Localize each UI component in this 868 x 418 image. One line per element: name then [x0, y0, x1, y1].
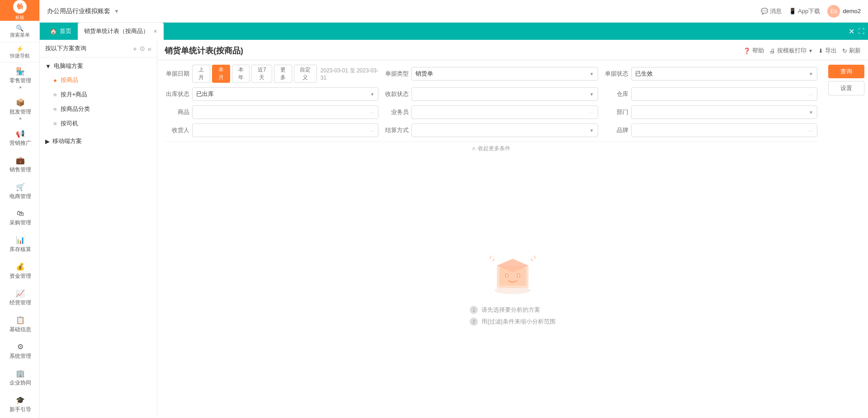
operations-label: 经营管理	[9, 299, 31, 307]
print-icon: 🖨	[769, 48, 775, 54]
filter-doc-type: 单据类型 销货单 ▼	[384, 67, 598, 81]
out-status-label: 出库状态	[165, 90, 189, 98]
inventory-icon: 📊	[16, 236, 25, 244]
brand-control[interactable]: ···	[631, 124, 817, 137]
sidebar-item-system[interactable]: ⚙ 系统管理	[0, 338, 39, 365]
tab-maximize-btn[interactable]: ⛶	[858, 28, 864, 35]
collapse-scheme-btn[interactable]: «	[148, 45, 151, 52]
purchase-label: 采购管理	[9, 219, 31, 227]
settings-btn[interactable]: 设置	[828, 81, 864, 95]
print-btn[interactable]: 🖨 按模板打印 ▼	[769, 47, 813, 55]
sidebar-item-enterprise[interactable]: 🏢 企业协同	[0, 365, 39, 391]
sidebar-item-retail[interactable]: 🏪 零售管理 ▲	[0, 62, 39, 94]
date-btn-more[interactable]: 更多	[274, 65, 292, 83]
cashier-scheme-icon: ≡	[53, 120, 57, 127]
scheme-group-pc-header[interactable]: ▼ 电脑端方案	[40, 59, 157, 73]
scheme-group-mobile-header[interactable]: ▶ 移动端方案	[40, 134, 157, 148]
avatar: Ea	[827, 5, 840, 18]
app-download-label: App下载	[798, 7, 820, 15]
inventory-label: 库存核算	[9, 246, 31, 253]
date-btn-this-month[interactable]: 本月	[212, 65, 230, 83]
messages-btn[interactable]: 💬 消息	[761, 7, 782, 15]
print-dropdown-icon[interactable]: ▼	[808, 48, 813, 53]
svg-line-8	[490, 256, 491, 259]
edit-scheme-btn[interactable]: ⊙	[140, 45, 145, 52]
retail-label: 零售管理	[9, 77, 31, 85]
filter-date: 单据日期 上月 本月 本年 近7天 更多 自定义 2023-03-01 至 20…	[165, 65, 378, 83]
sidebar-item-quick-nav[interactable]: ⚡ 快捷导航	[0, 43, 39, 62]
svg-point-5	[506, 275, 508, 276]
home-icon: 🏠	[50, 28, 57, 35]
sidebar-item-purchase[interactable]: 🛍 采购管理	[0, 205, 39, 231]
empty-tip-2: 2 用[过滤]条件来缩小分析范围	[470, 318, 555, 326]
username: demo2	[843, 8, 861, 14]
messages-label: 消息	[770, 7, 782, 15]
recipient-label: 收货人	[165, 126, 189, 134]
payment-method-control[interactable]: ▼	[411, 124, 598, 137]
scheme-by-month-product[interactable]: ≡ 按月+商品	[40, 87, 157, 102]
doc-status-control[interactable]: 已生效 ▼	[631, 67, 817, 81]
svg-point-6	[518, 275, 519, 276]
tab-sales-stat[interactable]: 销货单统计表（按商品） ✕	[78, 23, 164, 40]
date-btn-custom[interactable]: 自定义	[294, 65, 317, 83]
sidebar-item-ecom[interactable]: 🛒 电商管理	[0, 178, 39, 205]
sidebar-item-search[interactable]: 🔍 搜索菜单	[0, 21, 39, 43]
export-icon: ⬇	[818, 48, 823, 54]
sidebar-item-inventory[interactable]: 📊 库存核算	[0, 231, 39, 258]
sidebar-item-operations[interactable]: 📈 经营管理	[0, 285, 39, 311]
search-label: 搜索菜单	[3, 32, 37, 38]
marketing-label: 营销推广	[9, 139, 31, 147]
filter-salesperson: 业务员 ···	[384, 105, 598, 119]
sidebar-item-finance[interactable]: 💰 资金管理	[0, 258, 39, 285]
out-status-control[interactable]: 已出库 ▼	[192, 87, 378, 101]
collapse-filters-btn[interactable]: ∧ 收起更多条件	[165, 142, 817, 155]
doc-type-arrow: ▼	[590, 71, 594, 76]
sidebar-item-marketing[interactable]: 📢 营销推广	[0, 125, 39, 152]
page-title-bar: 销货单统计表(按商品) ❓ 帮助 🖨 按模板打印 ▼ ⬇ 导出	[157, 40, 868, 60]
collapse-label: ∧ 收起更多条件	[472, 145, 510, 152]
ecom-icon: 🛒	[16, 183, 25, 191]
refresh-btn[interactable]: ↻ 刷新	[842, 47, 861, 55]
salesperson-control[interactable]: ···	[411, 105, 598, 119]
scheme-by-cashier[interactable]: ≡ 按司机	[40, 116, 157, 131]
doc-type-label: 单据类型	[384, 70, 409, 78]
query-btn[interactable]: 查询	[828, 65, 864, 78]
sidebar-item-newbie[interactable]: 🎓 新手引导	[0, 391, 39, 418]
tip-text-1: 请先选择要分析的方案	[481, 306, 540, 314]
help-btn[interactable]: ❓ 帮助	[743, 47, 764, 55]
doc-type-control[interactable]: 销货单 ▼	[411, 67, 598, 81]
recipient-dots: ···	[369, 127, 374, 134]
tab-close-window-btn[interactable]: ✕	[849, 27, 854, 36]
user-profile[interactable]: Ea demo2	[827, 5, 861, 18]
scheme-by-product-cat[interactable]: ≡ 按商品分类	[40, 102, 157, 116]
tab-close-btn[interactable]: ✕	[153, 28, 157, 34]
sidebar-item-basic[interactable]: 📋 基础信息	[0, 311, 39, 338]
retail-icon: 🏪	[16, 67, 25, 76]
filter-row-2: 出库状态 已出库 ▼ 收款状态 ▼	[165, 87, 817, 101]
page-actions: ❓ 帮助 🖨 按模板打印 ▼ ⬇ 导出 ↻ 刷新	[743, 47, 861, 55]
sales-label: 销售管理	[9, 166, 31, 174]
filter-payment-method: 结算方式 ▼	[384, 124, 598, 137]
dept-control[interactable]: ▼	[631, 105, 817, 119]
warehouse-control[interactable]: ···	[631, 87, 817, 101]
date-btn-this-year[interactable]: 本年	[232, 65, 250, 83]
sidebar-item-sales[interactable]: 💼 销售管理	[0, 152, 39, 178]
dept-label: 部门	[604, 108, 628, 116]
sidebar-item-wholesale[interactable]: 📦 批发管理 ▲	[0, 94, 39, 125]
date-btn-7days[interactable]: 近7天	[251, 65, 272, 83]
date-btn-last-month[interactable]: 上月	[192, 65, 210, 83]
basic-icon: 📋	[16, 316, 25, 324]
app-download-btn[interactable]: 📱 App下载	[789, 7, 820, 15]
tab-home[interactable]: 🏠 首页	[43, 23, 78, 40]
filter-row-4: 收货人 ··· 结算方式 ▼	[165, 124, 817, 137]
product-scheme-icon: ●	[53, 77, 57, 84]
empty-tips: 1 请先选择要分析的方案 2 用[过滤]条件来缩小分析范围	[470, 306, 555, 326]
product-control[interactable]: ···	[192, 105, 378, 119]
filter-btn-group: 查询 设置	[825, 60, 868, 160]
export-btn[interactable]: ⬇ 导出	[818, 47, 837, 55]
industry-dropdown[interactable]: ▼	[114, 8, 119, 14]
scheme-by-product[interactable]: ● 按商品	[40, 73, 157, 87]
payment-status-control[interactable]: ▼	[411, 87, 598, 101]
recipient-control[interactable]: ···	[192, 124, 378, 137]
add-scheme-btn[interactable]: +	[133, 45, 137, 52]
